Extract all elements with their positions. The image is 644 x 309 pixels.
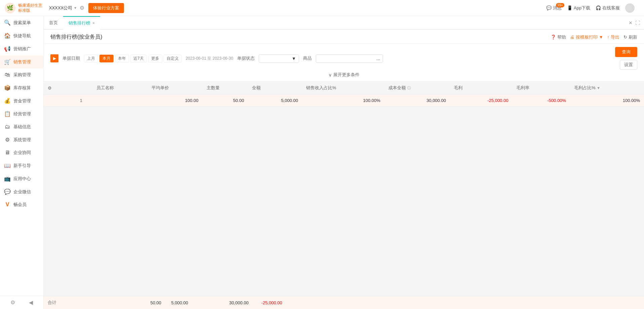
table-body: 1 100.00 50.00 5,000.00 100.00% 30,000.0…	[44, 95, 644, 107]
system-icon: ⚙	[4, 137, 11, 143]
gross-ratio-info-icon: ▼	[597, 86, 600, 90]
sidebar-item-enterprise[interactable]: 🖥 企业协同	[0, 146, 43, 159]
goods-more-icon: ...	[376, 56, 380, 61]
company-selector[interactable]: XXXXX公司 ▼	[49, 5, 77, 11]
expand-icon[interactable]: ⛶	[635, 20, 640, 25]
column-header-gross-ratio: 毛利占比% ▼	[570, 82, 644, 95]
refresh-button[interactable]: ↻ 刷新	[624, 34, 637, 40]
settings-gear-icon[interactable]: ⚙	[80, 5, 84, 11]
sidebar-item-search[interactable]: 🔍 搜索菜单	[0, 16, 43, 29]
main-content: 销售排行榜(按业务员) ❓ 帮助 🖨 按模板打印 ▼ ↑	[44, 30, 644, 309]
trial-button[interactable]: 体验行业方案	[88, 3, 124, 13]
expand-more-button[interactable]: ∨ 展开更多条件	[329, 72, 359, 78]
query-button[interactable]: 查询	[615, 47, 637, 57]
page-header: 销售排行榜(按业务员) ❓ 帮助 🖨 按模板打印 ▼ ↑	[44, 30, 644, 44]
this-month-button[interactable]: 本月	[99, 55, 114, 62]
goods-select[interactable]: ...	[316, 54, 383, 63]
print-arrow-icon: ▼	[599, 35, 603, 40]
logo-text: 畅康通好生意 标准版	[18, 3, 42, 13]
expand-more-row: ∨ 展开更多条件	[50, 70, 637, 78]
online-service-button[interactable]: 🎧 在线客服	[596, 5, 620, 11]
tab-close-icon[interactable]: ×	[92, 16, 95, 30]
phone-icon: 📱	[567, 5, 572, 10]
footer-total: 5,000.00	[161, 300, 188, 305]
status-select[interactable]: ▼	[259, 54, 299, 63]
app-download-button[interactable]: 📱 App下载	[567, 5, 590, 11]
row-cost: 30,000.00	[384, 95, 450, 107]
tab-bar: 首页 销售排行榜 × ✕ ⛶	[44, 16, 644, 30]
last7days-button[interactable]: 近7天	[130, 55, 147, 62]
purchase-icon: 🛍	[4, 72, 11, 78]
last-month-button[interactable]: 上月	[84, 55, 98, 62]
goods-label: 商品	[303, 55, 312, 61]
row-gross-margin: -500.00%	[512, 95, 570, 107]
sidebar-item-operations[interactable]: 📋 经营管理	[0, 107, 43, 120]
message-icon: 💬	[546, 5, 552, 10]
wechat-icon: 💬	[4, 189, 11, 195]
top-right-area: 💬 消息 99+ 📱 App下载 🎧 在线客服	[546, 3, 640, 13]
table-row: 1 100.00 50.00 5,000.00 100.00% 30,000.0…	[44, 95, 644, 107]
sidebar-item-member[interactable]: V 畅会员	[0, 198, 43, 211]
close-all-icon[interactable]: ✕	[629, 20, 633, 25]
filter-area: ▶ 单据日期 上月 本月 本年 近7天 更多 自定义 2023-06-01 至 …	[44, 44, 644, 82]
column-header-total: 全额	[248, 82, 302, 95]
message-button[interactable]: 💬 消息 99+	[546, 5, 562, 11]
sidebar-item-marketing[interactable]: 📢 营销推广	[0, 42, 43, 55]
table-footer-bar: 合计 50.00 5,000.00 30,000.00 -25,000.00	[44, 296, 644, 309]
row-rank: 1	[70, 95, 92, 107]
sidebar-item-finance[interactable]: 💰 资金管理	[0, 94, 43, 107]
cost-info-icon: ⓘ	[407, 86, 411, 90]
filter-expand-toggle[interactable]: ▶	[50, 54, 58, 62]
row-sales-ratio: 100.00%	[302, 95, 384, 107]
row-qty: 50.00	[203, 95, 248, 107]
date-filter-buttons: 上月 本月 本年 近7天 更多 自定义	[84, 55, 182, 62]
sidebar-item-basic-info[interactable]: 🗂 基础信息	[0, 120, 43, 133]
custom-date-button[interactable]: 自定义	[164, 55, 182, 62]
sidebar-item-inventory[interactable]: 📦 库存核算	[0, 81, 43, 94]
sidebar: 🔍 搜索菜单 🏠 快捷导航 📢 营销推广 🛒 销售管理 🛍 采购管理 📦	[0, 16, 44, 309]
this-year-button[interactable]: 本年	[115, 55, 129, 62]
app-container: 🌿 畅康通好生意 标准版 XXXXX公司 ▼ ⚙ 体验行业方案 💬 消息 99+…	[0, 0, 644, 309]
sales-ranking-table: ⚙ 员工名称 平均单价 主数量 全额 销售收入占比% 成本全额 ⓘ 毛利 毛利率	[44, 82, 644, 107]
sidebar-item-sales[interactable]: 🛒 销售管理	[0, 55, 43, 68]
column-header-rank	[70, 82, 92, 95]
logo-area: 🌿 畅康通好生意 标准版	[4, 2, 48, 14]
home-icon: 🏠	[4, 33, 11, 39]
column-header-name: 员工名称	[92, 82, 147, 95]
row-settings	[44, 95, 70, 107]
help-button[interactable]: ❓ 帮助	[551, 34, 566, 40]
column-header-avg-price: 平均单价	[147, 82, 203, 95]
column-header-gross-profit: 毛利	[450, 82, 512, 95]
sidebar-item-quicknav[interactable]: 🏠 快捷导航	[0, 29, 43, 42]
column-header-cost: 成本全额 ⓘ	[384, 82, 450, 95]
tab-home[interactable]: 首页	[44, 16, 63, 30]
svg-text:🌿: 🌿	[7, 5, 13, 11]
footer-label: 合计	[48, 300, 60, 306]
more-date-button[interactable]: 更多	[148, 55, 162, 62]
table-container: ⚙ 员工名称 平均单价 主数量 全额 销售收入占比% 成本全额 ⓘ 毛利 毛利率	[44, 82, 644, 107]
sidebar-settings-icon[interactable]: ⚙	[10, 299, 15, 306]
settings-button[interactable]: 设置	[620, 60, 637, 70]
inventory-icon: 📦	[4, 85, 11, 91]
sidebar-item-newbie[interactable]: 📖 新手引导	[0, 159, 43, 172]
tab-right-actions: ✕ ⛶	[629, 20, 644, 25]
export-button[interactable]: ↑ 导出	[607, 34, 620, 40]
sidebar-collapse-icon[interactable]: ◀	[29, 299, 33, 306]
sidebar-item-app-center[interactable]: 📺 应用中心	[0, 172, 43, 185]
tab-sales-ranking[interactable]: 销售排行榜 ×	[63, 16, 100, 30]
sidebar-item-system[interactable]: ⚙ 系统管理	[0, 133, 43, 146]
filter-row-1: ▶ 单据日期 上月 本月 本年 近7天 更多 自定义 2023-06-01 至 …	[50, 47, 637, 70]
finance-icon: 💰	[4, 98, 11, 104]
newbie-icon: 📖	[4, 162, 11, 169]
footer-cells: 50.00 5,000.00 30,000.00 -25,000.00	[60, 300, 640, 305]
content-area: 首页 销售排行榜 × ✕ ⛶ 销售排行榜(按业务员) ❓	[44, 16, 644, 309]
print-button[interactable]: 🖨 按模板打印 ▼	[570, 34, 603, 40]
user-avatar[interactable]	[625, 3, 635, 13]
sidebar-item-purchase[interactable]: 🛍 采购管理	[0, 68, 43, 81]
row-avg-price: 100.00	[147, 95, 203, 107]
app-logo-icon: 🌿	[4, 2, 16, 14]
status-select-arrow-icon: ▼	[292, 56, 296, 61]
footer-gross: -25,000.00	[249, 300, 282, 305]
sidebar-item-wechat[interactable]: 💬 企业微信	[0, 185, 43, 198]
column-header-settings[interactable]: ⚙	[44, 82, 70, 95]
